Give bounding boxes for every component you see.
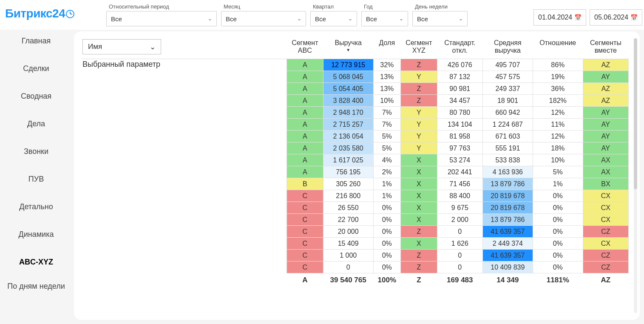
filter-value: Все	[226, 15, 237, 23]
cell-std: 2 000	[437, 214, 482, 226]
sidebar-item-0[interactable]: Главная	[0, 34, 72, 55]
cell-xyz: Z	[400, 59, 437, 71]
sidebar-item-5[interactable]: ПУВ	[0, 165, 72, 193]
sidebar-item-4[interactable]: Звонки	[0, 138, 72, 165]
sidebar-item-8[interactable]: ABC-XYZ	[0, 248, 72, 276]
filter-select-4[interactable]: Все⌄	[412, 11, 468, 26]
cell-rev: 12 773 915	[323, 59, 373, 71]
table-footer-row: A 39 540 765 100% Z 169 483 14 349 1181%…	[82, 273, 629, 287]
cell-abc: C	[287, 261, 323, 273]
sidebar-item-3[interactable]: Дела	[0, 110, 72, 138]
filter-label: Месяц	[221, 3, 306, 10]
col-header-share[interactable]: Доля	[373, 37, 400, 59]
filter-select-2[interactable]: Все⌄	[310, 11, 357, 26]
cell-rev: 15 409	[323, 238, 373, 250]
cell-std: 87 132	[437, 71, 482, 83]
col-header-ratio[interactable]: Отношение	[533, 37, 583, 59]
cell-combo: AX	[583, 154, 628, 166]
cell-avg: 457 575	[482, 71, 533, 83]
table-row: A2 035 5805%Y97 763555 19118%AY	[82, 142, 629, 154]
cell-ratio: 0%	[533, 238, 583, 250]
sidebar-item-2[interactable]: Сводная	[0, 82, 72, 110]
sidebar-item-6[interactable]: Детально	[0, 193, 72, 221]
table-row: A1 617 0254%X53 274533 83810%AX	[82, 154, 629, 166]
cell-ratio: 86%	[533, 59, 583, 71]
cell-ratio: 0%	[533, 261, 583, 273]
cell-std: 134 104	[437, 119, 482, 131]
cell-avg: 20 819 678	[482, 202, 533, 214]
cell-std: 90 981	[437, 83, 482, 95]
cell-abc: A	[287, 59, 323, 71]
scrollbar[interactable]	[634, 38, 637, 313]
cell-avg: 495 707	[482, 59, 533, 71]
sidebar-item-9[interactable]: По дням недели	[0, 276, 72, 296]
cell-share: 5%	[373, 142, 400, 154]
cell-std: 9 675	[437, 202, 482, 214]
cell-combo: AX	[583, 166, 628, 178]
table-row: B305 2601%X71 45613 879 7861%BX	[82, 178, 629, 190]
cell-abc: A	[287, 71, 323, 83]
chevron-down-icon: ⌄	[399, 16, 403, 22]
col-header-xyz[interactable]: Сегмент XYZ	[400, 37, 437, 59]
cell-xyz: Z	[400, 261, 437, 273]
cell-avg: 671 603	[482, 131, 533, 142]
cell-share: 13%	[373, 71, 400, 83]
cell-xyz: Z	[400, 250, 437, 261]
cell-ratio: 0%	[533, 214, 583, 226]
cell-xyz: X	[400, 214, 437, 226]
footer-rev: 39 540 765	[323, 273, 373, 287]
cell-share: 1%	[373, 178, 400, 190]
filter-select-1[interactable]: Все⌄	[221, 11, 306, 26]
table-row: C20 0000%Z041 639 3570%CZ	[82, 226, 629, 238]
table-row: A5 054 40513%Z90 981249 33736%AZ	[82, 83, 629, 95]
col-header-rev[interactable]: Выручка ▼	[323, 37, 373, 59]
cell-avg: 249 337	[482, 83, 533, 95]
table-row: Выбранный параметрA12 773 91532%Z426 076…	[82, 59, 629, 71]
cell-rev: 5 054 405	[323, 83, 373, 95]
cell-combo: AY	[583, 142, 628, 154]
date-from-input[interactable]: 01.04.2024 📅	[533, 9, 586, 26]
name-select[interactable]: Имя ⌄	[82, 39, 161, 54]
cell-abc: A	[287, 83, 323, 95]
cell-xyz: X	[400, 202, 437, 214]
clock-icon	[66, 10, 74, 18]
sidebar-item-1[interactable]: Сделки	[0, 55, 72, 82]
cell-rev: 26 550	[323, 202, 373, 214]
name-select-label: Имя	[88, 43, 102, 51]
col-header-abc[interactable]: Сегмент ABC	[287, 37, 323, 59]
cell-abc: A	[287, 131, 323, 142]
scrollbar-thumb[interactable]	[634, 38, 637, 189]
cell-std: 0	[437, 261, 482, 273]
cell-share: 0%	[373, 202, 400, 214]
cell-rev: 2 035 580	[323, 142, 373, 154]
cell-avg: 13 879 786	[482, 178, 533, 190]
table-row: A2 136 0545%Y81 958671 60312%AY	[82, 131, 629, 142]
col-header-avg[interactable]: Средняя выручка	[482, 37, 533, 59]
cell-rev: 3 828 400	[323, 95, 373, 107]
cell-xyz: Z	[400, 226, 437, 238]
filter-label: Год	[361, 3, 408, 10]
cell-std: 202 441	[437, 166, 482, 178]
col-header-combo[interactable]: Сегменты вместе	[583, 37, 628, 59]
filter-label: Квартал	[310, 3, 357, 10]
table-row: A2 948 1707%Y80 780660 94212%AY	[82, 107, 629, 119]
table-row: C26 5500%X9 67520 819 6780%CX	[82, 202, 629, 214]
footer-std: 169 483	[437, 273, 482, 287]
sidebar-item-7[interactable]: Динамика	[0, 221, 72, 248]
cell-avg: 20 819 678	[482, 190, 533, 202]
filter-select-0[interactable]: Все⌄	[106, 11, 217, 26]
cell-share: 32%	[373, 59, 400, 71]
col-header-std[interactable]: Стандарт. откл.	[437, 37, 482, 59]
table-row: A3 828 40010%Z34 45718 901182%AZ	[82, 95, 629, 107]
cell-share: 0%	[373, 250, 400, 261]
cell-avg: 2 449 374	[482, 238, 533, 250]
date-to-input[interactable]: 05.06.2024 📅	[590, 9, 642, 26]
cell-rev: 0	[323, 261, 373, 273]
filter-select-3[interactable]: Все⌄	[361, 11, 408, 26]
table-row: A2 715 2577%Y134 1041 224 68711%AY	[82, 119, 629, 131]
cell-share: 10%	[373, 95, 400, 107]
cell-rev: 2 136 054	[323, 131, 373, 142]
cell-ratio: 1%	[533, 178, 583, 190]
cell-avg: 41 639 357	[482, 226, 533, 238]
cell-abc: A	[287, 154, 323, 166]
